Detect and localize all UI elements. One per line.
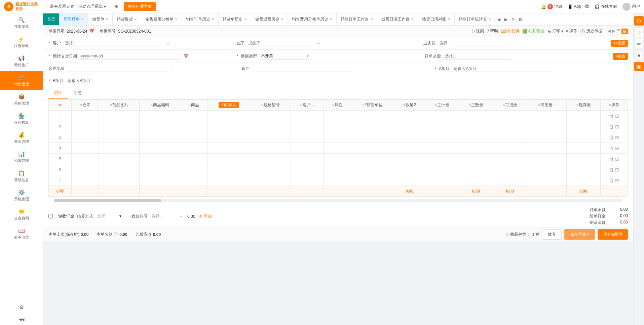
tab-0[interactable]: 首页: [43, 13, 60, 26]
sidebar-item-finance[interactable]: 💰资金管理: [0, 128, 43, 148]
account-dots[interactable]: ···: [180, 214, 183, 219]
tab-5[interactable]: 销售订单历史✕: [182, 13, 219, 26]
grid-view-icon[interactable]: ☰: [616, 29, 620, 34]
copy-icon[interactable]: ⊞: [615, 135, 619, 140]
prev-nav-icon[interactable]: ◀: [608, 29, 611, 34]
customer-input[interactable]: [64, 40, 164, 46]
tab-close-icon[interactable]: ✕: [448, 17, 450, 21]
customer-dots[interactable]: ···: [167, 41, 171, 46]
tab-close-all-btn[interactable]: ✕: [509, 13, 517, 26]
right-icon-scan2[interactable]: ▣: [634, 62, 644, 71]
warehouse-dots[interactable]: ···: [317, 41, 320, 46]
help-btn[interactable]: ? 帮助: [487, 28, 498, 34]
delete-icon[interactable]: 🗑: [609, 178, 614, 183]
sidebar-item-inventory[interactable]: 🏪库存核算: [0, 109, 43, 128]
delete-icon[interactable]: 🗑: [609, 167, 614, 172]
view-btn[interactable]: ▷ 视频: [472, 28, 484, 34]
col-settings[interactable]: ⚙: [49, 100, 72, 111]
settings-btn[interactable]: ⚙ 设置: [611, 40, 628, 47]
tab-close-icon[interactable]: ✕: [330, 17, 332, 21]
tab-close-icon[interactable]: ✕: [106, 17, 108, 21]
delete-icon[interactable]: 🗑: [609, 146, 614, 151]
scroll-thumb[interactable]: [54, 199, 161, 202]
tab-4[interactable]: 销售费用分摊单✕: [141, 13, 182, 26]
sidebar-item-purchase[interactable]: 📦采购管理: [0, 90, 43, 109]
copy-icon[interactable]: ⊞: [615, 124, 619, 129]
col-settings-icon[interactable]: ⚙: [58, 103, 62, 108]
notification-btn[interactable]: 🔔 9 消息: [541, 4, 562, 9]
scan-button[interactable]: 扫码录入: [219, 102, 239, 108]
tab-7[interactable]: 销货退货历史✕: [251, 13, 288, 26]
address-input[interactable]: [67, 66, 168, 72]
sidebar-item-basic[interactable]: 📋基础信息: [0, 167, 43, 186]
right-icon-settings2[interactable]: ⚙: [634, 16, 644, 26]
online-service-btn[interactable]: 🎧 在线客服: [595, 4, 617, 9]
add-payment-btn[interactable]: ⊕ 添加: [199, 213, 212, 219]
tab-close-icon[interactable]: ✕: [134, 17, 137, 21]
tab-close-icon[interactable]: ✕: [175, 17, 178, 21]
sidebar-item-search[interactable]: 🔍搜索菜单: [0, 13, 43, 33]
sidebar-item-guide[interactable]: 📖新手引导: [0, 224, 43, 243]
date-calendar-icon[interactable]: 📅: [183, 54, 188, 58]
tab-prev-btn[interactable]: ◀: [495, 13, 502, 26]
tab-11[interactable]: 钱货日清对账✕: [418, 13, 455, 26]
copy-icon[interactable]: ⊞: [615, 167, 619, 172]
detail-tab-0[interactable]: 明细: [48, 87, 68, 99]
shortcut-btn[interactable]: ⌨ 快捷键: [501, 28, 520, 34]
tab-10[interactable]: 钱货日清工作台✕: [377, 13, 418, 26]
tab-9[interactable]: 销售订单工作台✕: [337, 13, 377, 26]
payment-method-select[interactable]: 选择... ▾: [96, 213, 123, 220]
scroll-track[interactable]: [54, 199, 622, 202]
tab-close-icon[interactable]: ✕: [411, 17, 414, 21]
copy-icon[interactable]: ⊞: [615, 146, 619, 151]
tab-close-icon[interactable]: ✕: [212, 17, 214, 21]
sidebar-item-operation[interactable]: 📊经营管理: [0, 148, 43, 167]
payment-method-dots[interactable]: ···: [125, 214, 129, 219]
delete-icon[interactable]: 🗑: [609, 135, 614, 140]
settings-icon[interactable]: ⚙: [112, 2, 121, 11]
project-b-input[interactable]: [66, 78, 167, 84]
tab-close-icon[interactable]: ✕: [281, 17, 283, 21]
warehouse-input[interactable]: [247, 40, 314, 46]
one-click-payment-label[interactable]: 一键收订金: [48, 213, 74, 219]
right-icon-star[interactable]: ★: [634, 50, 644, 60]
staff-dots[interactable]: ···: [508, 41, 512, 46]
copy-icon[interactable]: ⊞: [615, 113, 619, 119]
save-new-button[interactable]: 保存&新增: [598, 229, 628, 240]
solution-button[interactable]: 体验行业方案: [124, 2, 156, 11]
tab-8[interactable]: 销售费用分摊单历史✕: [288, 13, 337, 26]
detail-tab-1[interactable]: 汇总: [68, 87, 87, 99]
history-btn[interactable]: 🕐 历史单据: [580, 28, 602, 34]
sidebar-collapse-btn[interactable]: ◀◀: [0, 314, 43, 325]
copy-icon[interactable]: ⊞: [615, 156, 619, 162]
tab-12[interactable]: 销售订单统计表✕: [455, 13, 495, 26]
tab-close-icon[interactable]: ✕: [488, 17, 491, 21]
tab-2[interactable]: 销货单✕: [88, 13, 113, 26]
one-click-checkbox[interactable]: [48, 214, 53, 218]
right-icon-edit[interactable]: ✏: [634, 39, 644, 48]
remark-input[interactable]: [252, 66, 353, 72]
order-source-input[interactable]: [444, 53, 511, 59]
profit-btn[interactable]: 💹 毛利预览: [522, 28, 544, 34]
delete-icon[interactable]: 🗑: [609, 113, 614, 119]
sidebar-item-settings-bottom[interactable]: ⚙: [0, 301, 43, 314]
sidebar-item-coop[interactable]: 🤝企业协同: [0, 205, 43, 224]
sidebar-item-system[interactable]: ⚙️系统管理: [0, 186, 43, 205]
tab-menu-btn[interactable]: ⊟: [517, 13, 524, 26]
save-draft-button[interactable]: 保存草稿 ▾: [564, 229, 595, 240]
sidebar-item-quick[interactable]: ⚡快捷导航: [0, 33, 43, 52]
calendar-icon[interactable]: 📅: [89, 29, 94, 34]
delivery-date-input[interactable]: [80, 53, 181, 59]
print-btn[interactable]: 🖨 打印 ▾: [547, 28, 563, 34]
add-product-btn[interactable]: +物品: [613, 53, 628, 60]
right-icon-bookmark[interactable]: ☆: [634, 28, 644, 37]
sidebar-item-marketing[interactable]: 📢营销推广: [0, 52, 43, 71]
copy-icon[interactable]: ⊞: [615, 178, 619, 183]
delete-icon[interactable]: 🗑: [609, 124, 614, 129]
tab-3[interactable]: 销货退货✕: [113, 13, 141, 26]
tab-6[interactable]: 销货单历史✕: [219, 13, 251, 26]
tab-1[interactable]: 销售订单✕: [60, 13, 88, 26]
tab-close-icon[interactable]: ✕: [81, 17, 84, 21]
next-nav-icon[interactable]: ▶: [612, 29, 615, 34]
staff-input[interactable]: [438, 40, 505, 46]
